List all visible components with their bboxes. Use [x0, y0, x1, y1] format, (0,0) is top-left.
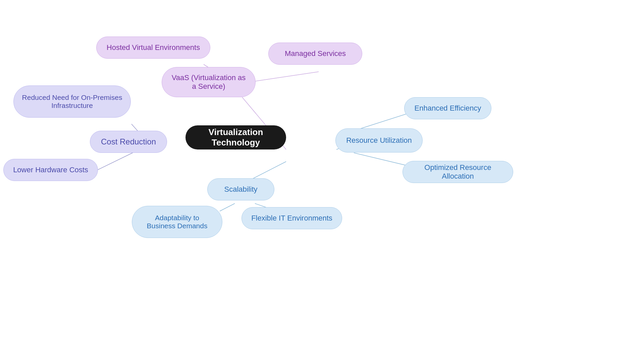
- svg-line-2: [249, 72, 319, 82]
- hosted-virtual-node: Hosted Virtual Environments: [96, 37, 210, 59]
- scalability-node: Scalability: [207, 178, 274, 200]
- flexible-it-node: Flexible IT Environments: [241, 207, 342, 229]
- managed-services-node: Managed Services: [268, 43, 362, 65]
- enhanced-efficiency-node: Enhanced Efficiency: [404, 97, 491, 119]
- lower-hardware-node: Lower Hardware Costs: [3, 159, 98, 181]
- vaas-node: VaaS (Virtualization as a Service): [162, 67, 256, 97]
- svg-line-10: [220, 203, 235, 211]
- reduced-need-node: Reduced Need for On-Premises Infrastruct…: [13, 85, 131, 118]
- adaptability-node: Adaptability to Business Demands: [132, 206, 222, 238]
- optimized-allocation-node: Optimized Resource Allocation: [402, 161, 513, 183]
- resource-utilization-node: Resource Utilization: [335, 128, 423, 153]
- cost-reduction-node: Cost Reduction: [90, 131, 167, 153]
- center-node: Virtualization Technology: [185, 125, 286, 149]
